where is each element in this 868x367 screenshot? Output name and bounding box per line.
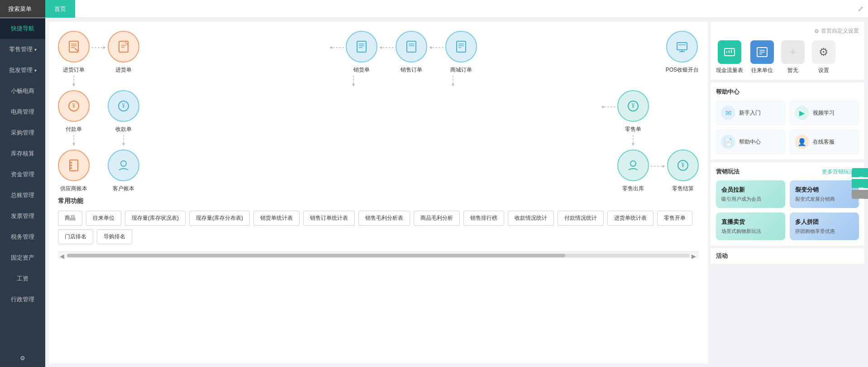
- quick-btn-payment-stats[interactable]: 付款情况统计: [558, 211, 604, 226]
- sidebar-item-admin[interactable]: 行政管理: [0, 289, 45, 310]
- svg-marker-31: [352, 84, 355, 87]
- marketing-panel: 营销玩法 更多营销玩法 > 会员拉新 吸引用户成为会员 裂变分销 裂变式发展分销…: [711, 162, 864, 246]
- wf-pos[interactable]: POS收银开台: [666, 31, 699, 74]
- svg-marker-39: [601, 106, 604, 108]
- video-label: 视频学习: [813, 109, 835, 117]
- activity-section: 活动: [711, 248, 864, 264]
- svg-marker-29: [72, 84, 75, 87]
- partners-icon: [750, 40, 774, 64]
- purchase-order-label: 进货订单: [63, 66, 85, 74]
- horizontal-scrollbar[interactable]: ◀ ▶: [58, 251, 699, 259]
- wf-sales-order[interactable]: 销售订单: [396, 31, 427, 74]
- wf-retail-outstock[interactable]: 零售出库: [617, 150, 649, 193]
- expand-icon[interactable]: ⤢: [858, 5, 863, 13]
- nav-icon-partners[interactable]: 往来单位: [750, 40, 774, 74]
- marketing-item-group[interactable]: 多人拼团 拼团购物享受优惠: [790, 212, 859, 240]
- marketing-item-fission[interactable]: 裂变分销 裂变式发展分销商: [790, 180, 859, 208]
- sidebar-item-wholesale[interactable]: 批发管理 ▾: [0, 60, 45, 81]
- sidebar-item-invoice[interactable]: 发票管理: [0, 206, 45, 227]
- svg-marker-5: [103, 46, 106, 49]
- marketing-item-member[interactable]: 会员拉新 吸引用户成为会员: [716, 180, 785, 208]
- sidebar-item-purchase[interactable]: 采购管理: [0, 122, 45, 143]
- quick-btn-store-rank[interactable]: 门店排名: [58, 229, 93, 244]
- help-item-beginner[interactable]: ✉ 新手入门: [716, 101, 785, 125]
- sidebar-item-inventory[interactable]: 库存核算: [0, 143, 45, 164]
- wf-customer-ledger[interactable]: 客户账本: [108, 150, 139, 193]
- arrow-down-6: [630, 135, 636, 146]
- sidebar-item-ecommerce[interactable]: 电商管理: [0, 101, 45, 122]
- arrow-down-4: [71, 135, 77, 146]
- sidebar-item-tax[interactable]: 税务管理: [0, 227, 45, 247]
- search-menu-button[interactable]: 搜索菜单: [0, 0, 45, 18]
- scrollbar-track[interactable]: [67, 254, 690, 257]
- nav-icon-partners-label: 往来单位: [751, 67, 773, 74]
- sidebar-item-assets[interactable]: 固定资产: [0, 247, 45, 268]
- quick-btn-guide-rank[interactable]: 导购排名: [97, 229, 132, 244]
- nav-icon-none[interactable]: + 暂无: [781, 40, 805, 74]
- retail-settlement-icon: ¥: [667, 150, 699, 181]
- sidebar-item-payroll[interactable]: 工资: [0, 268, 45, 289]
- wf-retail-order[interactable]: ¥ 零售单: [617, 90, 649, 133]
- supplier-ledger-label: 供应商账本: [60, 185, 87, 193]
- home-tab[interactable]: 首页: [45, 0, 75, 18]
- quick-btn-stock-status[interactable]: 现存量(库存状况表): [125, 211, 186, 226]
- scroll-left-btn[interactable]: ◀: [60, 253, 65, 258]
- wf-purchase-order[interactable]: 进货订单: [58, 31, 90, 74]
- customize-link[interactable]: ⚙ 首页自定义设置: [814, 27, 859, 35]
- nav-icon-settings[interactable]: ⚙ 设置: [812, 40, 835, 74]
- quick-btn-receipt-stats[interactable]: 收款情况统计: [508, 211, 554, 226]
- float-btn-hotline[interactable]: 客服热线: [852, 168, 868, 177]
- payment-label: 付款单: [66, 126, 82, 133]
- wf-retail-settlement[interactable]: ¥ 零售结算: [667, 150, 699, 193]
- sidebar-item-xiaochangecom[interactable]: 小畅电商: [0, 81, 45, 101]
- quick-btn-goods[interactable]: 商品: [58, 211, 82, 226]
- quick-functions-title: 常用功能: [58, 197, 699, 205]
- wf-receipt[interactable]: ¥ 收款单: [108, 90, 139, 133]
- quick-btn-retail-order[interactable]: 零售开单: [657, 211, 692, 226]
- scrollbar-thumb[interactable]: [67, 254, 565, 257]
- beginner-icon: ✉: [721, 106, 735, 120]
- quick-btn-sales-stats[interactable]: 销货单统计表: [253, 211, 300, 226]
- sidebar-item-ledger[interactable]: 总账管理: [0, 185, 45, 206]
- none-icon: +: [781, 40, 805, 64]
- quick-functions-grid: 商品 往来单位 现存量(库存状况表) 现存量(库存分布表) 销货单统计表 销售订…: [58, 211, 699, 244]
- group-desc: 拼团购物享受优惠: [795, 228, 854, 235]
- quick-btn-purchase-stats[interactable]: 进货单统计表: [607, 211, 653, 226]
- wf-sales-bill[interactable]: 销货单: [346, 31, 377, 74]
- help-item-livechat[interactable]: 👤 在线客服: [790, 130, 859, 154]
- sidebar-item-finance[interactable]: 资金管理: [0, 164, 45, 185]
- svg-text:¥: ¥: [682, 162, 685, 169]
- settings-icon: ⚙: [812, 40, 835, 64]
- scroll-right-btn[interactable]: ▶: [692, 253, 697, 258]
- marketing-item-live[interactable]: 直播卖货 场景式购物新玩法: [716, 212, 785, 240]
- quick-btn-sales-rank[interactable]: 销售排行榜: [463, 211, 504, 226]
- live-desc: 场景式购物新玩法: [721, 228, 780, 235]
- nav-icon-cashflow[interactable]: 现金流量表: [716, 40, 743, 74]
- wf-supplier-ledger[interactable]: 供应商账本: [58, 150, 90, 193]
- float-btn-desktop[interactable]: 桌面快捷: [852, 190, 868, 199]
- quick-btn-order-stats[interactable]: 销售订单统计表: [303, 211, 355, 226]
- wf-payment[interactable]: ¥ 付款单: [58, 90, 90, 133]
- wf-mall-order[interactable]: 商城订单: [445, 31, 477, 74]
- float-btn-community[interactable]: 服务社区: [852, 179, 868, 188]
- svg-marker-45: [122, 143, 125, 146]
- quick-btn-gross-analysis[interactable]: 销售毛利分析表: [358, 211, 410, 226]
- sales-order-label: 销售订单: [401, 66, 422, 74]
- quick-btn-stock-dist[interactable]: 现存量(库存分布表): [189, 211, 250, 226]
- wf-purchase-bill[interactable]: 进货单: [108, 31, 139, 74]
- mall-order-label: 商城订单: [450, 66, 472, 74]
- video-icon: ▶: [795, 106, 809, 120]
- svg-rect-6: [119, 41, 128, 52]
- customer-ledger-label: 客户账本: [113, 185, 134, 193]
- help-item-video[interactable]: ▶ 视频学习: [790, 101, 859, 125]
- sidebar-item-quicknav[interactable]: 快捷导航: [0, 18, 45, 39]
- help-item-helpcenter[interactable]: 📄 帮助中心: [716, 130, 785, 154]
- svg-point-52: [121, 161, 126, 166]
- quick-btn-goods-gross[interactable]: 商品毛利分析: [414, 211, 460, 226]
- sidebar-settings-button[interactable]: ⚙: [0, 349, 45, 367]
- gear-icon: ⚙: [814, 28, 819, 34]
- beginner-label: 新手入门: [739, 109, 761, 117]
- sidebar-item-retail[interactable]: 零售管理 ▾: [0, 39, 45, 60]
- member-title: 会员拉新: [721, 186, 780, 194]
- quick-btn-partners[interactable]: 往来单位: [86, 211, 121, 226]
